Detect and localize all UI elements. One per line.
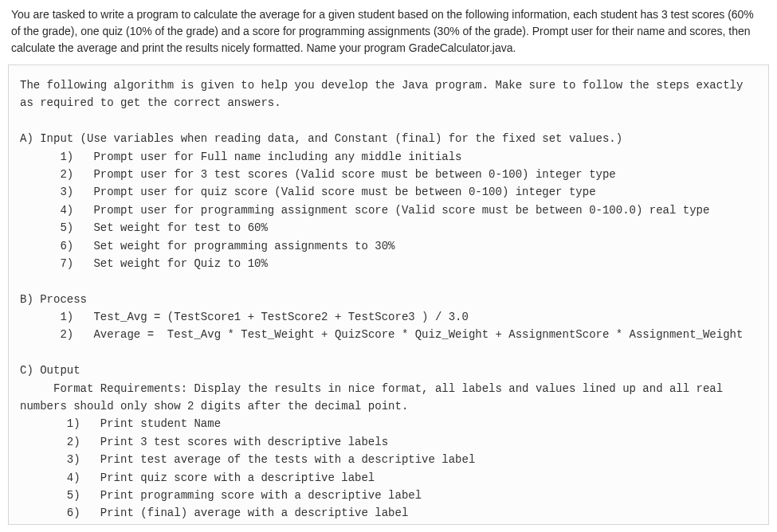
section-c-item-2: 2) Print 3 test scores with descriptive … [20, 436, 388, 448]
section-a-item-7: 7) Set weight for Quiz to 10% [20, 257, 268, 270]
section-b-item-1: 1) Test_Avg = (TestScore1 + TestScore2 +… [20, 311, 469, 323]
section-a-item-2: 2) Prompt user for 3 test scores (Valid … [20, 168, 616, 181]
section-a-item-1: 1) Prompt user for Full name including a… [20, 151, 462, 163]
section-c-format-req: Format Requirements: Display the results… [20, 382, 730, 413]
problem-statement-text: You are tasked to write a program to cal… [11, 8, 754, 54]
algo-preamble: The following algorithm is given to help… [20, 79, 750, 109]
section-b-header: B) Process [20, 293, 87, 306]
section-a-item-4: 4) Prompt user for programming assignmen… [20, 204, 709, 217]
algorithm-box: The following algorithm is given to help… [8, 65, 769, 525]
section-a-item-5: 5) Set weight for test to 60% [20, 221, 268, 234]
section-c-item-6: 6) Print (final) average with a descript… [20, 507, 408, 519]
section-c-item-1: 1) Print student Name [20, 417, 221, 430]
problem-statement: You are tasked to write a program to cal… [0, 0, 777, 65]
section-a-header: A) Input (Use variables when reading dat… [20, 132, 622, 145]
section-c-header: C) Output [20, 364, 80, 377]
section-b-item-2: 2) Average = Test_Avg * Test_Weight + Qu… [20, 328, 743, 341]
section-a-item-6: 6) Set weight for programming assignment… [20, 240, 395, 252]
section-c-item-3: 3) Print test average of the tests with … [20, 453, 475, 466]
section-c-item-5: 5) Print programming score with a descri… [20, 489, 422, 502]
section-c-item-4: 4) Print quiz score with a descriptive l… [20, 471, 375, 484]
section-a-item-3: 3) Prompt user for quiz score (Valid sco… [20, 186, 596, 198]
